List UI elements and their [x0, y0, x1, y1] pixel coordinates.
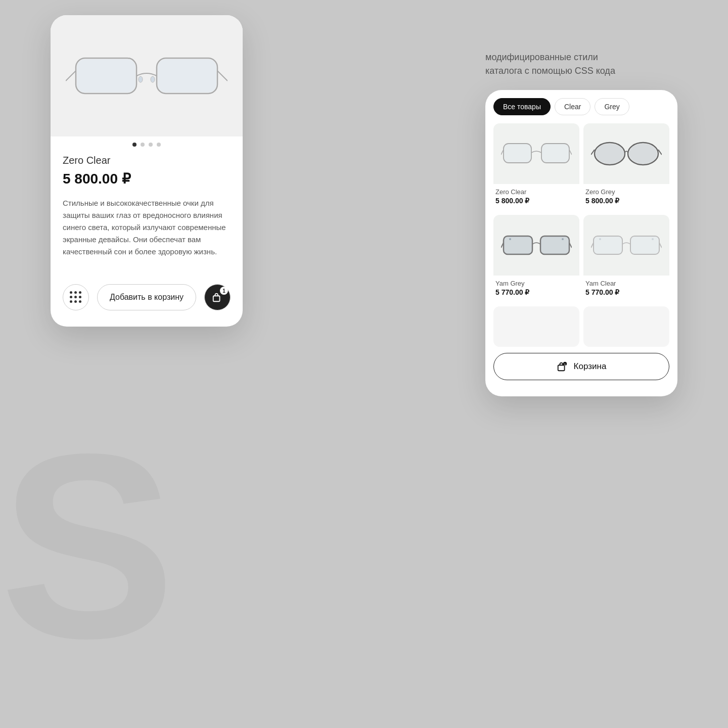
card-info-yam-grey: Yam Grey 5 770.00 ₽ — [493, 276, 579, 302]
product-actions: Добавить в корзину 1 — [51, 284, 243, 327]
product-card-yam-grey[interactable]: Yam Grey 5 770.00 ₽ — [493, 215, 579, 302]
card-name-yam-grey: Yam Grey — [495, 280, 577, 287]
svg-rect-10 — [504, 144, 531, 162]
svg-line-5 — [217, 71, 228, 81]
svg-rect-30 — [594, 237, 622, 254]
catalog-inner: Все товары Clear Grey — [485, 90, 677, 396]
grid-button[interactable] — [63, 284, 89, 310]
product-card-partial-1 — [493, 306, 579, 347]
svg-point-6 — [139, 76, 143, 82]
product-card-yam-clear[interactable]: Yam Clear 5 770.00 ₽ — [583, 215, 669, 302]
card-info-zero-clear: Zero Clear 5 800.00 ₽ — [493, 184, 579, 211]
card-name-zero-grey: Zero Grey — [585, 188, 667, 196]
product-image — [51, 15, 243, 136]
dot-4 — [157, 143, 161, 147]
product-card-image-yam-clear — [583, 215, 669, 276]
image-dots — [51, 136, 243, 155]
product-card-image-zero-clear — [493, 123, 579, 184]
filter-grey[interactable]: Grey — [595, 98, 629, 115]
dot-2 — [141, 143, 145, 147]
filter-tabs: Все товары Clear Grey — [493, 98, 669, 115]
product-name: Zero Clear — [63, 155, 231, 166]
catalog-phone: Все товары Clear Grey — [485, 90, 677, 396]
card-price-zero-grey: 5 800.00 ₽ — [585, 197, 667, 205]
background-letter: S — [0, 415, 175, 677]
svg-rect-8 — [213, 296, 220, 301]
glasses-zero-grey-icon — [591, 139, 662, 169]
cart-bar[interactable]: 1 Корзина — [493, 353, 669, 380]
card-name-zero-clear: Zero Clear — [495, 188, 577, 196]
svg-rect-37 — [558, 365, 564, 371]
svg-text:1: 1 — [564, 363, 566, 366]
cart-bar-icon: 1 — [557, 361, 568, 372]
svg-point-7 — [151, 76, 155, 82]
cart-icon-button[interactable]: 1 — [204, 284, 231, 310]
card-price-yam-grey: 5 770.00 ₽ — [495, 288, 577, 296]
card-price-zero-clear: 5 800.00 ₽ — [495, 197, 577, 205]
svg-point-36 — [652, 238, 654, 240]
svg-rect-1 — [77, 59, 135, 93]
product-card-image-zero-grey — [583, 123, 669, 184]
cart-badge: 1 — [220, 287, 228, 295]
product-card-image-yam-grey — [493, 215, 579, 276]
filter-clear[interactable]: Clear — [555, 98, 590, 115]
card-price-yam-clear: 5 770.00 ₽ — [585, 288, 667, 296]
product-detail-phone: Zero Clear 5 800.00 ₽ Стильные и высокок… — [51, 15, 243, 327]
product-card-zero-grey[interactable]: Zero Grey 5 800.00 ₽ — [583, 123, 669, 211]
grid-icon — [70, 291, 82, 303]
right-panel: модифицированные стили каталога с помощь… — [485, 51, 677, 396]
product-info: Zero Clear 5 800.00 ₽ Стильные и высокок… — [51, 155, 243, 284]
svg-rect-24 — [541, 237, 569, 254]
glasses-yam-clear-icon — [591, 230, 662, 260]
product-grid: Zero Clear 5 800.00 ₽ — [493, 123, 669, 347]
glasses-zero-clear-icon — [501, 139, 572, 169]
svg-point-18 — [629, 144, 657, 164]
add-to-cart-button[interactable]: Добавить в корзину — [97, 284, 196, 310]
svg-point-27 — [509, 238, 511, 240]
svg-point-28 — [562, 238, 564, 240]
svg-point-16 — [596, 144, 624, 164]
filter-all[interactable]: Все товары — [493, 98, 551, 115]
product-price: 5 800.00 ₽ — [63, 170, 231, 187]
svg-line-4 — [66, 71, 76, 81]
panel-subtitle: модифицированные стили каталога с помощь… — [485, 51, 677, 78]
glasses-illustration — [66, 35, 228, 116]
product-card-partial-2 — [583, 306, 669, 347]
svg-rect-32 — [631, 237, 659, 254]
svg-rect-22 — [504, 237, 532, 254]
svg-point-35 — [599, 238, 601, 240]
card-info-yam-clear: Yam Clear 5 770.00 ₽ — [583, 276, 669, 302]
dot-3 — [149, 143, 153, 147]
product-description: Стильные и высококачественные очки для з… — [63, 197, 231, 258]
cart-bar-label: Корзина — [574, 361, 607, 372]
dot-1 — [132, 143, 136, 147]
svg-rect-3 — [158, 59, 216, 93]
card-name-yam-clear: Yam Clear — [585, 280, 667, 287]
svg-rect-12 — [542, 144, 569, 162]
glasses-yam-grey-icon — [501, 230, 572, 260]
card-info-zero-grey: Zero Grey 5 800.00 ₽ — [583, 184, 669, 211]
product-card-zero-clear[interactable]: Zero Clear 5 800.00 ₽ — [493, 123, 579, 211]
